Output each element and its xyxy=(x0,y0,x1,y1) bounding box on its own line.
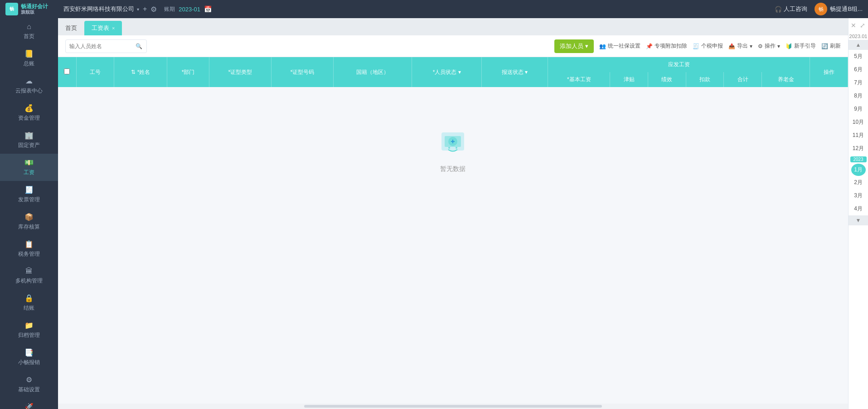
personal-tax-label: 个税申报 xyxy=(701,42,723,50)
company-selector[interactable]: 西安虾米网络科技有限公司 ▾ xyxy=(63,5,139,13)
export-icon: 📤 xyxy=(728,43,735,49)
user-name: 畅提通B组... xyxy=(830,5,863,13)
sidebar-item-invoice[interactable]: 🧾 发票管理 xyxy=(0,181,58,208)
sidebar-item-ledger[interactable]: 📒 总账 xyxy=(0,45,58,72)
period-label: 账期 xyxy=(164,5,175,13)
export-button[interactable]: 📤 导出 ▾ xyxy=(728,42,752,50)
right-panel: ✕ ⤢ 2023.01 ▲ 5月 6月 7月 8月 9月 10月 11月 12月… xyxy=(848,18,868,409)
th-deduction: 扣款 xyxy=(686,72,724,87)
maximize-panel-button[interactable]: ⤢ xyxy=(859,21,866,30)
th-allowance: 津贴 xyxy=(610,72,648,87)
operation-dropdown-icon: ▾ xyxy=(777,43,780,49)
home-icon: ⌂ xyxy=(27,23,31,31)
settings-icon[interactable]: ⚙ xyxy=(150,5,157,14)
main-layout: ⌂ 首页 📒 总账 ☁ 云报表中心 💰 资金管理 🏢 固定资产 💵 工资 🧾 发… xyxy=(0,18,868,409)
table-header-row1: 工号 ⇅ *姓名 *部门 *证型类型 *证型号码 国籍（地区） *人员状态 ▾ … xyxy=(58,57,848,72)
tab-close-icon[interactable]: × xyxy=(112,25,115,31)
tax-icon: 📋 xyxy=(24,240,34,248)
select-all-checkbox[interactable] xyxy=(64,68,70,74)
refresh-button[interactable]: 🔄 刷新 xyxy=(821,42,841,50)
sidebar-item-guide[interactable]: 🚀 新手引导 xyxy=(0,398,58,409)
th-id-number: *证型号码 xyxy=(271,57,333,87)
top-header: 畅 畅通好会计 旗舰版 西安虾米网络科技有限公司 ▾ + ⚙ 账期 2023-0… xyxy=(0,0,868,18)
sidebar-item-expense[interactable]: 📑 小畅报销 xyxy=(0,344,58,371)
calendar-icon[interactable]: 📅 xyxy=(204,5,212,13)
user-area[interactable]: 畅 畅提通B组... xyxy=(815,3,863,15)
month-7[interactable]: 7月 xyxy=(849,76,868,89)
toolbar-right: 添加人员 ▾ 👥 统一社保设置 📌 专项附加扣除 🧾 个税申报 📤 xyxy=(554,39,841,53)
search-input[interactable] xyxy=(69,43,133,49)
month-4[interactable]: 4月 xyxy=(849,202,868,215)
special-deduct-icon: 📌 xyxy=(646,43,653,49)
support-button[interactable]: 🎧 人工咨询 xyxy=(775,5,807,13)
scroll-up-button[interactable]: ▲ xyxy=(849,40,868,50)
sidebar-item-label: 税务管理 xyxy=(18,250,40,258)
sidebar-item-fund[interactable]: 💰 资金管理 xyxy=(0,99,58,127)
operation-button[interactable]: ⚙ 操作 ▾ xyxy=(758,42,780,50)
period-value[interactable]: 2023-01 xyxy=(179,6,200,13)
month-8[interactable]: 8月 xyxy=(849,89,868,102)
sidebar-item-label: 多机构管理 xyxy=(15,277,43,285)
sidebar-item-tax[interactable]: 📋 税务管理 xyxy=(0,235,58,263)
th-nationality: 国籍（地区） xyxy=(333,57,412,87)
tab-salary-sheet[interactable]: 工资表 × xyxy=(84,21,122,35)
social-security-label: 统一社保设置 xyxy=(608,42,640,50)
support-label: 人工咨询 xyxy=(784,5,807,13)
month-9[interactable]: 9月 xyxy=(849,102,868,116)
tab-salary-label: 工资表 xyxy=(92,24,109,32)
operation-icon: ⚙ xyxy=(758,43,763,49)
th-employee-id: 工号 xyxy=(76,57,114,87)
month-10[interactable]: 10月 xyxy=(849,116,868,129)
th-person-status[interactable]: *人员状态 ▾ xyxy=(412,57,482,87)
headset-icon: 🎧 xyxy=(775,6,782,13)
tab-home[interactable]: 首页 xyxy=(58,21,84,35)
th-checkbox[interactable] xyxy=(58,57,76,87)
social-security-icon: 👥 xyxy=(599,43,606,49)
th-basic-salary: *基本工资 xyxy=(548,72,610,87)
special-deduct-button[interactable]: 📌 专项附加扣除 xyxy=(646,42,687,50)
operation-label: 操作 xyxy=(765,42,776,50)
personal-tax-button[interactable]: 🧾 个税申报 xyxy=(693,42,723,50)
sidebar-item-label: 工资 xyxy=(24,169,34,176)
add-company-button[interactable]: + xyxy=(143,5,147,13)
sidebar-item-home[interactable]: ⌂ 首页 xyxy=(0,18,58,45)
month-12[interactable]: 12月 xyxy=(849,142,868,155)
cloud-icon: ☁ xyxy=(25,77,33,85)
sidebar-item-assets[interactable]: 🏢 固定资产 xyxy=(0,127,58,154)
sidebar-item-inventory[interactable]: 📦 库存核算 xyxy=(0,208,58,235)
refresh-label: 刷新 xyxy=(830,42,841,50)
sidebar-item-salary[interactable]: 💵 工资 xyxy=(0,154,58,181)
close-accounts-icon: 🔒 xyxy=(24,294,34,302)
scroll-down-button[interactable]: ▼ xyxy=(849,215,868,225)
empty-icon xyxy=(435,123,471,160)
th-report-status[interactable]: 报送状态 ▾ xyxy=(482,57,548,87)
close-panel-button[interactable]: ✕ xyxy=(850,21,857,30)
sidebar-item-label: 基础设置 xyxy=(18,386,40,394)
th-total: 合计 xyxy=(724,72,762,87)
sidebar-item-label: 库存核算 xyxy=(18,223,40,231)
th-name[interactable]: ⇅ *姓名 xyxy=(114,57,167,87)
social-security-button[interactable]: 👥 统一社保设置 xyxy=(599,42,640,50)
search-box: 🔍 xyxy=(65,39,147,53)
table-container: 工号 ⇅ *姓名 *部门 *证型类型 *证型号码 国籍（地区） *人员状态 ▾ … xyxy=(58,57,848,409)
sidebar-item-label: 固定资产 xyxy=(18,141,40,149)
month-5[interactable]: 5月 xyxy=(849,50,868,63)
sidebar-item-multi-org[interactable]: 🏛 多机构管理 xyxy=(0,263,58,289)
add-person-button[interactable]: 添加人员 ▾ xyxy=(554,39,594,53)
fund-icon: 💰 xyxy=(24,104,34,112)
guide-button[interactable]: 🔰 新手引导 xyxy=(786,42,816,50)
export-label: 导出 xyxy=(737,42,748,50)
month-2[interactable]: 2月 xyxy=(849,176,868,189)
month-3[interactable]: 3月 xyxy=(849,189,868,202)
month-1[interactable]: 1月 xyxy=(851,164,866,176)
sidebar-item-settings[interactable]: ⚙ 基础设置 xyxy=(0,371,58,398)
sidebar-item-label: 结账 xyxy=(24,304,34,312)
sidebar-item-cloud-report[interactable]: ☁ 云报表中心 xyxy=(0,72,58,99)
avatar: 畅 xyxy=(815,3,827,15)
month-11[interactable]: 11月 xyxy=(849,129,868,142)
expense-icon: 📑 xyxy=(24,348,34,357)
month-6[interactable]: 6月 xyxy=(849,63,868,76)
th-payroll-group: 应发工资 xyxy=(548,57,810,72)
sidebar-item-close-accounts[interactable]: 🔒 结账 xyxy=(0,289,58,316)
sidebar-item-archive[interactable]: 📁 归档管理 xyxy=(0,316,58,344)
